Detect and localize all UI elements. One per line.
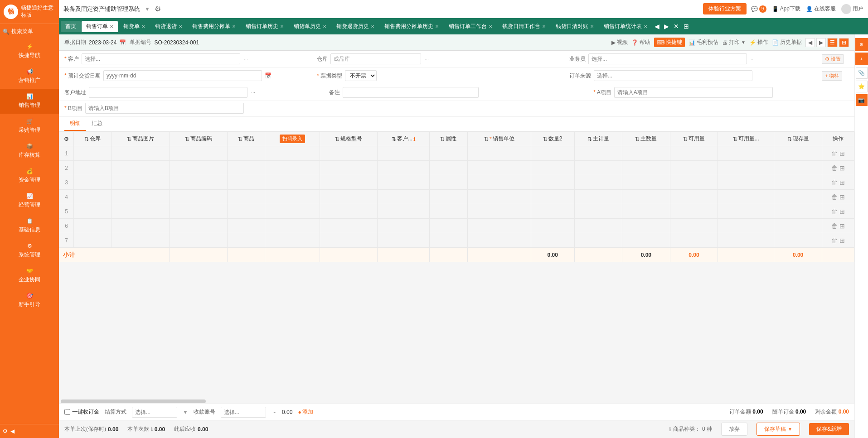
tab-prev-button[interactable]: ◀ xyxy=(653,22,661,31)
tab-cash-reconcile-close[interactable]: ✕ xyxy=(590,24,594,29)
prev-bill-button[interactable]: ◀ xyxy=(805,38,815,47)
customer-input[interactable] xyxy=(82,53,240,64)
row-7-delete-button[interactable]: 🗑 xyxy=(831,237,838,244)
tab-sales-return-history-close[interactable]: ✕ xyxy=(371,24,374,29)
warehouse-input[interactable] xyxy=(330,53,421,64)
material-button[interactable]: + 物料 xyxy=(822,71,842,81)
tab-sales-invoice-history[interactable]: 销货单历史 ✕ xyxy=(289,21,331,32)
invoice-type-select[interactable]: 不开票 xyxy=(345,70,377,81)
calendar-icon[interactable]: 📅 xyxy=(119,39,126,46)
tab-sales-order-history[interactable]: 销售订单历史 ✕ xyxy=(241,21,288,32)
sidebar-item-inventory[interactable]: 📦 库存核算 xyxy=(0,139,59,164)
online-service-button[interactable]: 👤 在线客服 xyxy=(806,5,836,13)
row-4-copy-button[interactable]: ⊞ xyxy=(839,193,845,201)
tab-sales-order-close[interactable]: ✕ xyxy=(110,24,113,29)
list-view-button[interactable]: ☰ xyxy=(827,38,838,47)
row-1-delete-button[interactable]: 🗑 xyxy=(831,150,838,157)
save-draft-button[interactable]: 保存草稿 ▼ xyxy=(756,423,800,436)
tab-sales-workbench[interactable]: 销售订单工作台 ✕ xyxy=(444,21,497,32)
sidebar-item-marketing[interactable]: 📢 营销推广 xyxy=(0,64,59,89)
column-settings-icon[interactable]: ⚙ xyxy=(64,136,69,142)
settings-button[interactable]: ⚙ 设置 xyxy=(822,54,844,64)
sidebar-collapse-icon[interactable]: ◀ xyxy=(10,428,15,434)
dropdown-icon[interactable]: ▼ xyxy=(145,6,150,12)
deposit-checkbox-label[interactable]: 一键收订金 xyxy=(64,408,99,416)
sidebar-item-search[interactable]: 🔍 搜索菜单 xyxy=(0,24,59,39)
message-button[interactable]: 💬 9 xyxy=(751,5,766,13)
tab-sales-return[interactable]: 销货退货 ✕ xyxy=(150,21,187,32)
settings-gear-icon[interactable]: ⚙ xyxy=(155,5,161,13)
row-2-copy-button[interactable]: ⊞ xyxy=(839,164,845,172)
tab-summary[interactable]: 汇总 xyxy=(86,117,108,131)
tab-next-button[interactable]: ▶ xyxy=(662,22,671,31)
remarks-input[interactable] xyxy=(343,87,479,98)
industry-solution-button[interactable]: 体验行业方案 xyxy=(703,3,747,14)
right-settings-btn[interactable]: ⚙ xyxy=(855,38,868,51)
sidebar-item-enterprise[interactable]: 🤝 企业协同 xyxy=(0,263,59,288)
tab-home[interactable]: 首页 xyxy=(61,21,81,32)
row-3-delete-button[interactable]: 🗑 xyxy=(831,179,838,186)
tab-sales-order[interactable]: 销售订单 ✕ xyxy=(82,21,118,32)
print-button[interactable]: 🖨 打印 ▼ xyxy=(722,39,746,46)
save-draft-dropdown-icon[interactable]: ▼ xyxy=(788,427,792,432)
tab-expand-button[interactable]: ⊞ xyxy=(682,22,691,31)
row-4-delete-button[interactable]: 🗑 xyxy=(831,193,838,201)
app-download-button[interactable]: 📱 App下载 xyxy=(772,5,800,13)
calc-method-input[interactable] xyxy=(132,407,177,418)
sidebar-item-purchase[interactable]: 🛒 采购管理 xyxy=(0,114,59,139)
grid-view-button[interactable]: ⊞ xyxy=(839,38,849,47)
order-source-input[interactable] xyxy=(594,70,752,81)
tab-sales-return-history[interactable]: 销货退货历史 ✕ xyxy=(332,21,379,32)
row-2-delete-button[interactable]: 🗑 xyxy=(831,164,838,172)
tab-cash-workbench[interactable]: 钱货日清工作台 ✕ xyxy=(498,21,550,32)
help-button[interactable]: ❓ 帮助 xyxy=(631,39,650,46)
deposit-checkbox[interactable] xyxy=(64,409,70,415)
row-6-copy-button[interactable]: ⊞ xyxy=(839,222,845,230)
tab-close-all-button[interactable]: ✕ xyxy=(672,22,681,31)
row-7-copy-button[interactable]: ⊞ xyxy=(839,237,845,244)
right-camera-btn[interactable]: 📷 xyxy=(856,94,868,106)
sidebar-item-sales[interactable]: 📊 销售管理 xyxy=(0,89,59,114)
sidebar-item-operations[interactable]: 📈 经营管理 xyxy=(0,188,59,213)
discard-button[interactable]: 放弃 xyxy=(721,423,747,436)
sidebar-item-basic-info[interactable]: 📋 基础信息 xyxy=(0,213,59,238)
tab-cash-workbench-close[interactable]: ✕ xyxy=(542,24,546,29)
scan-input-button[interactable]: 扫码录入 xyxy=(280,135,305,143)
save-new-button[interactable]: 保存&新增 xyxy=(809,423,849,435)
customer-ellipsis[interactable]: ··· xyxy=(244,56,248,62)
salesperson-ellipsis[interactable]: ··· xyxy=(751,56,755,62)
tab-sales-stats[interactable]: 销售订单统计表 ✕ xyxy=(599,21,652,32)
tab-sales-expense[interactable]: 销售费用分摊单 ✕ xyxy=(188,21,240,32)
tab-sales-expense-history[interactable]: 销售费用分摊单历史 ✕ xyxy=(380,21,443,32)
tab-sales-invoice-history-close[interactable]: ✕ xyxy=(323,24,326,29)
row-6-delete-button[interactable]: 🗑 xyxy=(831,222,838,230)
salesperson-input[interactable] xyxy=(588,53,747,64)
right-material-btn[interactable]: + xyxy=(855,53,868,65)
tab-sales-order-history-close[interactable]: ✕ xyxy=(280,24,284,29)
calc-method-dropdown-icon[interactable]: ▼ xyxy=(183,409,188,415)
tab-sales-expense-history-close[interactable]: ✕ xyxy=(435,24,439,29)
operation-button[interactable]: ⚡ 操作 xyxy=(749,39,768,46)
row-1-copy-button[interactable]: ⊞ xyxy=(839,150,845,157)
tab-sales-stats-close[interactable]: ✕ xyxy=(644,24,647,29)
sidebar-item-quick-nav[interactable]: ⚡ 快捷导航 xyxy=(0,39,59,64)
user-button[interactable]: 用户 xyxy=(841,4,863,14)
add-payment-button[interactable]: ● 添加 xyxy=(298,408,313,416)
sidebar-item-system[interactable]: ⚙ 系统管理 xyxy=(0,238,59,263)
tab-sales-invoice-close[interactable]: ✕ xyxy=(141,24,145,29)
right-star-btn[interactable]: ⭐ xyxy=(856,81,868,92)
row-3-copy-button[interactable]: ⊞ xyxy=(839,179,845,186)
delivery-date-input[interactable] xyxy=(103,70,262,81)
account-input[interactable] xyxy=(221,407,266,418)
b-project-input[interactable] xyxy=(85,103,244,114)
right-attach-btn[interactable]: 📎 xyxy=(856,67,868,79)
row-5-delete-button[interactable]: 🗑 xyxy=(831,208,838,215)
next-bill-button[interactable]: ▶ xyxy=(816,38,826,47)
print-dropdown-icon[interactable]: ▼ xyxy=(741,40,746,45)
sidebar-settings-icon[interactable]: ⚙ xyxy=(3,428,8,434)
tab-detail[interactable]: 明细 xyxy=(64,117,86,131)
profit-button[interactable]: 📊 毛利预估 xyxy=(689,39,718,46)
a-project-input[interactable] xyxy=(614,87,773,98)
tab-cash-reconcile[interactable]: 钱货日清对账 ✕ xyxy=(551,21,598,32)
table-container[interactable]: ⚙ ⇅仓库 ⇅商品图片 ⇅商品编码 xyxy=(59,131,854,399)
